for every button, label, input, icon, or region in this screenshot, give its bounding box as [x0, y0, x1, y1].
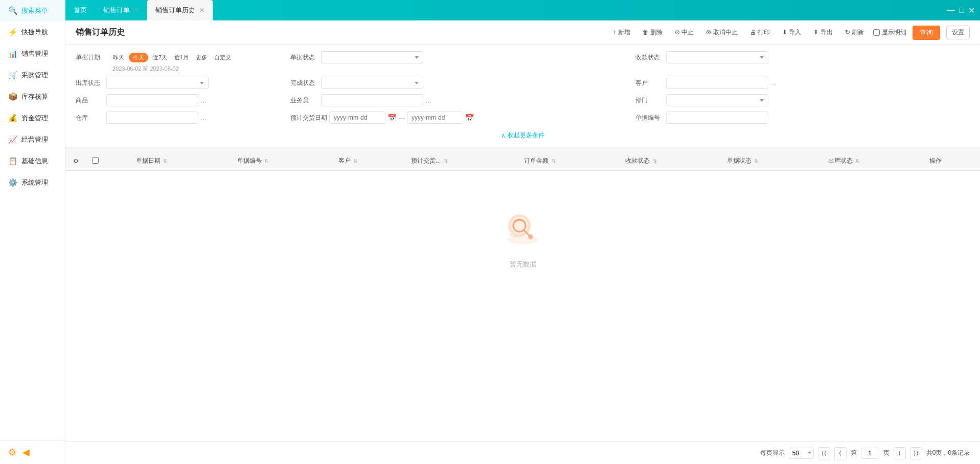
th-out-status-label: 出库状态	[828, 157, 853, 164]
sort-date-icon[interactable]: ⇅	[163, 158, 167, 164]
date-btn-last7[interactable]: 近7天	[150, 53, 170, 62]
expected-date-end[interactable]	[407, 112, 463, 124]
th-amount[interactable]: 订单金额 ⇅	[518, 151, 619, 171]
date-btn-last1m[interactable]: 近1月	[172, 53, 191, 62]
page-header: 销售订单历史 + 新增 🗑 删除 ⊘ 中止 ⊗ 取消中止 🖨 打印 ⬇ 导入 ⬆…	[65, 20, 980, 45]
collapse-filter-btn[interactable]: ∧ 收起更多条件	[76, 129, 970, 144]
out-status-select[interactable]	[106, 77, 209, 89]
data-table: ⚙ 单据日期 ⇅ 单据编号 ⇅	[65, 151, 980, 300]
sidebar-item-operations[interactable]: 📈 经营管理	[0, 129, 65, 150]
display-cols-toggle[interactable]: 显示明细	[873, 28, 906, 37]
tab-sales-order-history-close[interactable]: ✕	[199, 7, 204, 14]
tab-home[interactable]: 首页	[65, 0, 95, 20]
total-info: 共0页，0条记录	[926, 449, 970, 457]
export-button[interactable]: ⬆ 导出	[810, 26, 835, 39]
sort-amount-icon[interactable]: ⇅	[552, 158, 556, 164]
expected-date-start[interactable]	[329, 112, 385, 124]
th-order-no[interactable]: 单据编号 ⇅	[231, 151, 332, 171]
sidebar-collapse-icon[interactable]: ◀	[22, 447, 30, 458]
last-page-btn[interactable]: ⟩⟩	[910, 447, 922, 459]
th-payment-status[interactable]: 收款状态 ⇅	[619, 151, 720, 171]
sort-status-icon[interactable]: ⇅	[754, 158, 758, 164]
sidebar-item-system[interactable]: ⚙️ 系统管理	[0, 172, 65, 193]
date-btn-more[interactable]: 更多	[193, 53, 210, 62]
main-area: 首页 销售订单 ✕ 销售订单历史 ✕ — □ ✕ 销售订单历史 + 新增 🗑 删…	[65, 0, 980, 464]
settings-button[interactable]: 设置	[946, 26, 970, 39]
complete-status-select[interactable]	[321, 77, 423, 89]
sort-payment-icon[interactable]: ⇅	[653, 158, 657, 164]
salesperson-input[interactable]	[321, 94, 423, 106]
import-button[interactable]: ⬇ 导入	[779, 26, 804, 39]
pagination: 每页显示 50 20 100 ⟨⟨ ⟨ 第 页 ⟩ ⟩⟩ 共0页，0条记录	[65, 441, 980, 464]
tab-sales-order-close[interactable]: ✕	[134, 7, 139, 14]
goods-input[interactable]	[106, 94, 198, 106]
th-out-status[interactable]: 出库状态 ⇅	[822, 151, 923, 171]
warehouse-dots[interactable]: ...	[200, 114, 207, 122]
sidebar-item-basicinfo[interactable]: 📋 基础信息	[0, 150, 65, 172]
prev-page-btn[interactable]: ⟨	[834, 447, 847, 459]
page-input[interactable]	[861, 448, 879, 459]
goods-dots[interactable]: ...	[200, 96, 207, 104]
tab-sales-order-history[interactable]: 销售订单历史 ✕	[147, 0, 213, 20]
table-settings-icon[interactable]: ⚙	[73, 158, 79, 165]
delete-button[interactable]: 🗑 删除	[640, 26, 666, 39]
purchase-icon: 🛒	[8, 71, 17, 80]
sidebar-settings-icon[interactable]: ⚙	[8, 447, 16, 458]
sidebar-item-label: 搜索菜单	[21, 6, 48, 15]
window-close-btn[interactable]: ✕	[968, 6, 975, 15]
sidebar-item-inventory[interactable]: 📦 库存核算	[0, 86, 65, 107]
customer-input[interactable]	[666, 77, 768, 89]
tab-sales-order[interactable]: 销售订单 ✕	[95, 0, 147, 20]
cancel-stop-button[interactable]: ⊗ 取消中止	[703, 26, 740, 39]
th-order-status[interactable]: 单据状态 ⇅	[721, 151, 822, 171]
salesperson-filter-label: 业务员	[290, 96, 319, 105]
date-btn-today[interactable]: 今天	[129, 53, 148, 62]
sidebar-item-finance[interactable]: 💰 资金管理	[0, 107, 65, 129]
select-all-checkbox[interactable]	[92, 157, 99, 164]
status-select[interactable]	[321, 51, 423, 63]
new-button[interactable]: + 新增	[609, 26, 633, 39]
collapse-label: 收起更多条件	[508, 131, 544, 140]
dept-select[interactable]	[666, 94, 768, 106]
th-date-label: 单据日期	[136, 157, 161, 164]
date-dash: —	[398, 114, 405, 122]
sort-orderno-icon[interactable]: ⇅	[264, 158, 268, 164]
order-no-input[interactable]	[666, 112, 768, 124]
cal-start-icon[interactable]: 📅	[388, 114, 396, 122]
refresh-button[interactable]: ↻ 刷新	[842, 26, 867, 39]
print-button[interactable]: 🖨 打印	[747, 26, 773, 39]
th-date[interactable]: 单据日期 ⇅	[130, 151, 231, 171]
sidebar-item-label: 系统管理	[21, 178, 48, 187]
sort-customer-icon[interactable]: ⇅	[353, 158, 357, 164]
stop-button[interactable]: ⊘ 中止	[672, 26, 697, 39]
empty-state-row: 暂无数据	[65, 171, 980, 300]
window-minimize-btn[interactable]: —	[947, 6, 955, 15]
sidebar-item-label: 资金管理	[21, 114, 48, 123]
filter-group-date: 单据日期 昨天 今天 近7天 近1月 更多 自定义	[76, 53, 280, 62]
per-page-select[interactable]: 50 20 100	[789, 448, 814, 459]
date-btn-custom[interactable]: 自定义	[212, 53, 234, 62]
query-button[interactable]: 查询	[913, 26, 940, 40]
th-customer[interactable]: 客户 ⇅	[332, 151, 405, 171]
sort-out-icon[interactable]: ⇅	[855, 158, 859, 164]
sidebar-item-purchase[interactable]: 🛒 采购管理	[0, 64, 65, 86]
th-settings[interactable]: ⚙	[65, 151, 86, 171]
cal-end-icon[interactable]: 📅	[465, 114, 474, 122]
sidebar-item-sales[interactable]: 📊 销售管理	[0, 43, 65, 64]
next-page-btn[interactable]: ⟩	[894, 447, 906, 459]
date-btn-yesterday[interactable]: 昨天	[110, 53, 127, 62]
th-payment-status-label: 收款状态	[625, 157, 650, 164]
customer-dots[interactable]: ...	[770, 79, 777, 87]
sidebar-item-search[interactable]: 🔍 搜索菜单	[0, 0, 65, 21]
sort-expected-icon[interactable]: ⇅	[444, 158, 448, 164]
sidebar-item-quicknav[interactable]: ⚡ 快捷导航	[0, 21, 65, 43]
th-expected-date[interactable]: 预计交货... ⇅	[405, 151, 518, 171]
warehouse-input[interactable]	[106, 112, 198, 124]
topbar: 首页 销售订单 ✕ 销售订单历史 ✕ — □ ✕	[65, 0, 980, 20]
window-maximize-btn[interactable]: □	[959, 6, 964, 15]
date-range: 昨天 今天 近7天 近1月 更多 自定义	[108, 53, 234, 62]
first-page-btn[interactable]: ⟨⟨	[818, 447, 830, 459]
display-cols-checkbox[interactable]	[873, 29, 880, 36]
salesperson-dots[interactable]: ...	[425, 96, 431, 104]
payment-status-select[interactable]	[666, 51, 768, 63]
